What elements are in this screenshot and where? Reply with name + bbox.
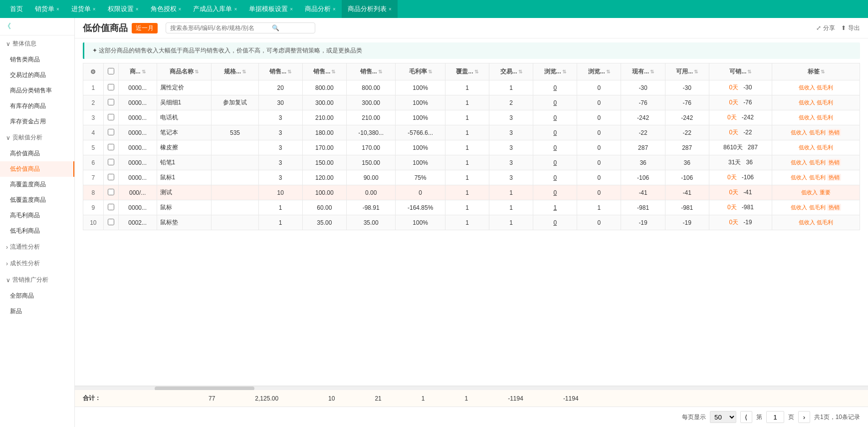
settings-icon[interactable]: ⚙ (90, 68, 96, 75)
views1-link[interactable]: 0 (553, 84, 557, 91)
nav-product-analysis[interactable]: 商品分析 × (299, 0, 342, 18)
views1-link[interactable]: 0 (553, 219, 557, 226)
th-tags[interactable]: 标签⇅ (772, 63, 860, 80)
th-transaction[interactable]: 交易...⇅ (489, 63, 533, 80)
sidebar-item-category-sales-rate[interactable]: 商品分类销售率 (0, 83, 74, 98)
tag-label: 低毛利 (817, 99, 833, 105)
row-checkbox[interactable] (108, 144, 114, 150)
row-checkbox[interactable] (108, 174, 114, 180)
search-icon: 🔍 (272, 24, 279, 31)
tag-important: 重要 (820, 189, 831, 195)
th-code[interactable]: 商...⇅ (118, 63, 157, 80)
row-checkbox[interactable] (108, 84, 114, 90)
nav-permission-settings[interactable]: 权限设置 × (102, 0, 145, 18)
days-tag: 0天 (729, 99, 738, 106)
sidebar-item-low-margin[interactable]: 低毛利商品 (0, 223, 74, 239)
nav-role-auth[interactable]: 角色授权 × (145, 0, 188, 18)
cell-margin-rate: -5766.6... (396, 125, 445, 140)
tag-label: 低收入 (791, 129, 807, 135)
sidebar-item-new-products[interactable]: 新品 (0, 304, 74, 319)
views1-link[interactable]: 0 (553, 189, 557, 196)
th-coverage[interactable]: 覆盖...⇅ (445, 63, 489, 80)
nav-finished-product[interactable]: 产成品入库单 × (187, 0, 243, 18)
th-available[interactable]: 可用...⇅ (665, 63, 709, 80)
th-margin-rate[interactable]: 毛利率⇅ (396, 63, 445, 80)
per-page-select[interactable]: 50 100 (710, 411, 736, 423)
share-button[interactable]: ⤢ 分享 (816, 24, 835, 32)
th-sellable[interactable]: 可销...⇅ (709, 63, 772, 80)
close-icon[interactable]: × (179, 6, 182, 12)
search-input[interactable] (170, 24, 270, 31)
sidebar-group-growth[interactable]: › 成长性分析 (0, 255, 74, 272)
th-sales-qty[interactable]: 销售...⇅ (258, 63, 302, 80)
row-checkbox[interactable] (108, 159, 114, 165)
close-icon[interactable]: × (234, 6, 237, 12)
close-icon[interactable]: × (389, 6, 392, 12)
cell-sellable: 0天 -22 (709, 125, 772, 140)
nav-sales-order[interactable]: 销货单 × (29, 0, 65, 18)
th-views1[interactable]: 浏览...⇅ (533, 63, 577, 80)
sidebar-collapse-button[interactable]: 《 (4, 22, 11, 31)
sidebar-item-low-coverage[interactable]: 低覆盖度商品 (0, 192, 74, 208)
sidebar-group-overview[interactable]: ∨ 整体信息 (0, 35, 74, 52)
cell-transaction: 3 (489, 140, 533, 155)
close-icon[interactable]: × (56, 6, 59, 12)
sidebar-group-contribution[interactable]: ∨ 贡献值分析 (0, 129, 74, 146)
page-number-input[interactable] (766, 411, 784, 423)
nav-product-analysis-list[interactable]: 商品分析列表 × (342, 0, 398, 18)
th-views2[interactable]: 浏览...⇅ (577, 63, 621, 80)
nav-template-settings[interactable]: 单据模板设置 × (243, 0, 299, 18)
views1-link[interactable]: 0 (553, 144, 557, 151)
sidebar-item-traded-products[interactable]: 交易过的商品 (0, 67, 74, 83)
th-current-stock[interactable]: 现有...⇅ (621, 63, 665, 80)
row-checkbox[interactable] (108, 129, 114, 135)
th-sales-amount[interactable]: 销售...⇅ (302, 63, 346, 80)
cell-current-stock: -106 (621, 170, 665, 185)
th-settings[interactable]: ⚙ (83, 63, 104, 80)
nav-home[interactable]: 首页 (4, 0, 29, 18)
views1-link[interactable]: 0 (553, 174, 557, 181)
views1-link[interactable]: 0 (553, 159, 557, 166)
close-icon[interactable]: × (290, 6, 293, 12)
views1-link[interactable]: 0 (553, 99, 557, 106)
views1-link[interactable]: 0 (553, 114, 557, 121)
views1-link[interactable]: 1 (553, 204, 557, 211)
th-sales-cost[interactable]: 销售...⇅ (346, 63, 395, 80)
sidebar-item-high-value[interactable]: 高价值商品 (0, 146, 74, 161)
close-icon[interactable]: × (136, 6, 139, 12)
sidebar-item-all-products[interactable]: 全部商品 (0, 288, 74, 304)
cell-available: 36 (665, 155, 709, 170)
sidebar-item-stock-fund[interactable]: 库存资金占用 (0, 114, 74, 129)
row-checkbox[interactable] (108, 99, 114, 105)
first-page-button[interactable]: ⟨ (740, 411, 752, 423)
sidebar-item-stock-products[interactable]: 有库存的商品 (0, 98, 74, 114)
cell-sales-cost: 35.00 (346, 215, 395, 230)
next-page-button[interactable]: › (798, 411, 810, 423)
export-button[interactable]: ⬆ 导出 (841, 24, 860, 32)
views1-link[interactable]: 0 (553, 129, 557, 136)
sidebar-item-high-coverage[interactable]: 高覆盖度商品 (0, 177, 74, 192)
cell-margin-rate: 100% (396, 110, 445, 125)
row-checkbox[interactable] (108, 189, 114, 195)
time-tag[interactable]: 近一月 (132, 23, 158, 33)
cell-available: -981 (665, 200, 709, 215)
cell-sales-amount: 300.00 (302, 95, 346, 110)
row-checkbox[interactable] (108, 204, 114, 210)
select-all-checkbox[interactable] (108, 68, 114, 74)
close-icon[interactable]: × (93, 6, 96, 12)
row-checkbox[interactable] (108, 219, 114, 225)
th-spec[interactable]: 规格...⇅ (212, 63, 258, 80)
nav-purchase-order[interactable]: 进货单 × (65, 0, 102, 18)
cell-views1: 0 (533, 95, 577, 110)
cell-sales-qty: 20 (258, 80, 302, 95)
close-icon[interactable]: × (333, 6, 336, 12)
scrollbar-track[interactable] (75, 386, 868, 390)
sidebar-item-high-margin[interactable]: 高毛利商品 (0, 208, 74, 223)
sidebar-group-marketing[interactable]: ∨ 营销推广分析 (0, 272, 74, 288)
sidebar-item-low-value[interactable]: 低价值商品 (0, 161, 74, 177)
row-checkbox[interactable] (108, 114, 114, 120)
sidebar-group-circulation[interactable]: › 流通性分析 (0, 239, 74, 255)
sidebar-item-sales-products[interactable]: 销售类商品 (0, 52, 74, 67)
th-name[interactable]: 商品名称⇅ (157, 63, 212, 80)
cell-settings: 1 (83, 80, 104, 95)
